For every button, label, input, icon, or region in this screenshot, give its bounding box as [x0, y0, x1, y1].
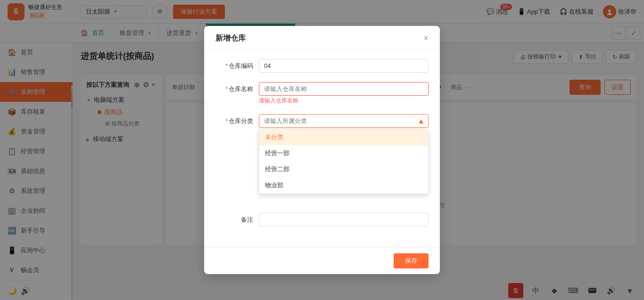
dropdown-item-dept1[interactable]: 经营一部 — [259, 145, 428, 161]
warehouse-category-control: ▲ 未分类 经营一部 经营二部 物业部 — [259, 114, 429, 128]
category-input-wrapper: ▲ — [259, 114, 429, 128]
dropdown-item-property[interactable]: 物业部 — [259, 177, 428, 193]
dropdown-item-uncategorized[interactable]: 未分类 — [259, 129, 428, 145]
modal-body: *仓库编码 *仓库名称 请输入仓库名称 *仓库分类 — [204, 50, 440, 247]
new-warehouse-modal: 新增仓库 × *仓库编码 *仓库名称 请输入仓库名称 — [204, 26, 440, 274]
modal-footer: 保存 — [204, 247, 440, 274]
warehouse-note-row: 备注 — [215, 213, 429, 226]
modal-title: 新增仓库 — [215, 33, 246, 43]
warehouse-name-row: *仓库名称 请输入仓库名称 — [215, 82, 429, 105]
warehouse-category-label: *仓库分类 — [215, 114, 253, 125]
warehouse-code-row: *仓库编码 — [215, 59, 429, 73]
warehouse-note-label: 备注 — [215, 213, 253, 224]
warehouse-name-input[interactable] — [259, 82, 429, 96]
warehouse-code-label: *仓库编码 — [215, 59, 253, 70]
warehouse-name-control: 请输入仓库名称 — [259, 82, 429, 105]
warehouse-code-control — [259, 59, 429, 73]
warehouse-note-control — [259, 213, 429, 226]
warehouse-category-input[interactable] — [259, 114, 429, 128]
dropdown-item-dept2[interactable]: 经营二部 — [259, 161, 428, 177]
warehouse-note-input[interactable] — [259, 213, 429, 226]
save-button[interactable]: 保存 — [394, 253, 429, 268]
modal-close-button[interactable]: × — [423, 33, 429, 43]
modal-overlay: 新增仓库 × *仓库编码 *仓库名称 请输入仓库名称 — [0, 0, 644, 300]
warehouse-code-input[interactable] — [259, 59, 429, 73]
modal-header: 新增仓库 × — [204, 26, 440, 50]
warehouse-name-label: *仓库名称 — [215, 82, 253, 93]
warehouse-category-row: *仓库分类 ▲ 未分类 经营一部 经营二部 物业部 — [215, 114, 429, 128]
category-toggle-icon[interactable]: ▲ — [417, 117, 425, 125]
category-dropdown: 未分类 经营一部 经营二部 物业部 — [259, 129, 429, 194]
warehouse-name-error: 请输入仓库名称 — [259, 97, 429, 105]
